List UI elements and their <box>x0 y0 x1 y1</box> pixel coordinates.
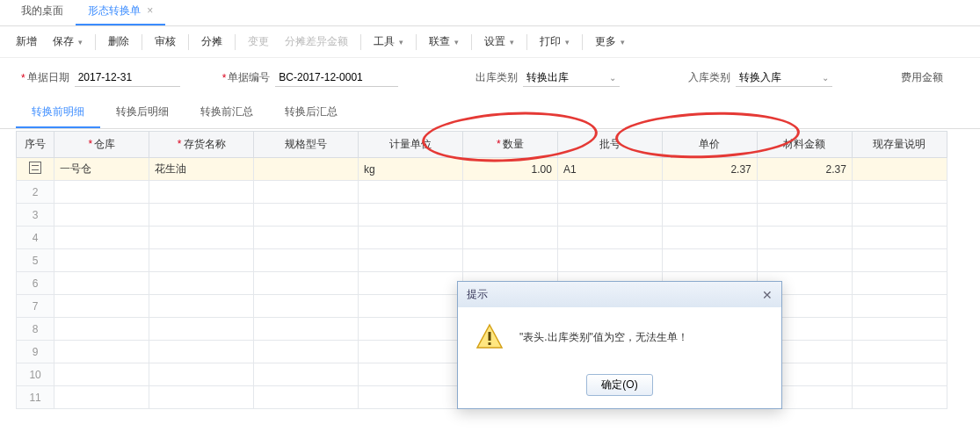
table-row[interactable]: 3 <box>17 204 947 227</box>
cell-spec[interactable] <box>254 166 358 173</box>
col-unit: 计量单位 <box>358 132 462 158</box>
diff-button: 分摊差异金额 <box>278 31 355 53</box>
chevron-down-icon: ▾ <box>454 38 459 47</box>
cell-price[interactable]: 2.37 <box>663 160 757 179</box>
in-group: 入库类别 ⌄ <box>688 68 832 87</box>
dialog-title-bar[interactable]: 提示 ✕ <box>458 282 781 307</box>
in-label: 入库类别 <box>688 70 730 85</box>
out-label: 出库类别 <box>475 70 518 85</box>
separator <box>235 34 236 50</box>
dialog-message: "表头.出库类别"值为空，无法生单！ <box>519 330 688 345</box>
chevron-down-icon: ▾ <box>399 38 403 47</box>
more-button[interactable]: 更多▾ <box>588 31 632 53</box>
col-batch: 批号 <box>557 132 662 158</box>
table-row[interactable]: 4 <box>17 227 947 249</box>
col-warehouse: *仓库 <box>54 132 149 158</box>
tools-button[interactable]: 工具▾ <box>367 31 410 53</box>
ok-button[interactable]: 确定(O) <box>586 374 652 396</box>
subtab-after-detail[interactable]: 转换后明细 <box>100 97 185 128</box>
fee-label: 费用金额 <box>901 70 943 85</box>
main-tab-bar: 我的桌面 形态转换单 × <box>0 0 980 26</box>
row-icon <box>29 162 41 174</box>
alert-dialog: 提示 ✕ "表头.出库类别"值为空，无法生单！ 确定(O) <box>457 281 782 409</box>
tab-desktop[interactable]: 我的桌面 <box>9 0 76 25</box>
save-button[interactable]: 保存▾ <box>46 31 90 53</box>
chevron-down-icon: ▾ <box>565 38 570 47</box>
col-qty: *数量 <box>462 132 557 158</box>
grid-header: 序号 *仓库 *存货名称 规格型号 计量单位 *数量 批号 单价 材料金额 现存… <box>17 132 947 158</box>
cell-qty[interactable]: 1.00 <box>463 160 557 179</box>
required-mark: * <box>222 72 227 84</box>
new-button[interactable]: 新增 <box>9 31 44 53</box>
dialog-body: "表头.出库类别"值为空，无法生单！ <box>458 307 781 367</box>
cell-warehouse[interactable]: 一号仓 <box>54 158 149 180</box>
separator <box>142 34 142 50</box>
change-button: 变更 <box>241 31 276 53</box>
table-row[interactable]: 2 <box>17 181 947 204</box>
svg-rect-1 <box>489 332 491 341</box>
out-select[interactable] <box>523 68 620 87</box>
tab-current-label: 形态转换单 <box>88 4 141 17</box>
fee-group: 费用金额 <box>901 70 948 85</box>
table-row[interactable]: 一号仓 花生油 kg 1.00 A1 2.37 2.37 <box>17 158 947 181</box>
cell-amount[interactable]: 2.37 <box>758 160 852 179</box>
cell-item[interactable]: 花生油 <box>149 158 253 180</box>
chevron-down-icon: ▾ <box>510 38 514 47</box>
audit-button[interactable]: 审核 <box>148 31 183 53</box>
date-input[interactable] <box>75 68 180 87</box>
settings-button[interactable]: 设置▾ <box>477 31 521 53</box>
tab-current[interactable]: 形态转换单 × <box>76 0 165 25</box>
separator <box>188 34 189 50</box>
separator <box>95 34 96 50</box>
subtab-before-summary[interactable]: 转换前汇总 <box>185 97 269 128</box>
no-label: 单据编号 <box>228 70 270 85</box>
form-row: * 单据日期 * 单据编号 出库类别 ⌄ 入库类别 ⌄ 费用金额 <box>0 58 980 97</box>
warning-icon <box>475 323 504 351</box>
separator <box>526 34 527 50</box>
no-group: * 单据编号 <box>222 68 399 87</box>
chevron-down-icon: ▾ <box>621 38 625 47</box>
separator <box>582 34 583 50</box>
col-seq: 序号 <box>17 132 54 158</box>
no-input[interactable] <box>275 68 398 87</box>
dialog-title: 提示 <box>467 287 488 302</box>
col-amount: 材料金额 <box>757 132 852 158</box>
close-icon[interactable]: × <box>147 4 153 17</box>
separator <box>416 34 417 50</box>
row-handle[interactable] <box>17 158 54 181</box>
cell-batch[interactable]: A1 <box>558 160 662 179</box>
link-button[interactable]: 联查▾ <box>422 31 466 53</box>
separator <box>360 34 361 50</box>
dialog-footer: 确定(O) <box>458 367 781 408</box>
col-item: *存货名称 <box>149 132 254 158</box>
close-icon[interactable]: ✕ <box>762 288 773 302</box>
col-price: 单价 <box>662 132 757 158</box>
chevron-down-icon: ▾ <box>78 38 83 47</box>
in-select[interactable] <box>736 68 832 87</box>
date-group: * 单据日期 <box>21 68 180 87</box>
cell-stock[interactable] <box>853 166 947 173</box>
delete-button[interactable]: 删除 <box>101 31 136 53</box>
svg-rect-2 <box>489 342 491 345</box>
col-spec: 规格型号 <box>254 132 359 158</box>
toolbar: 新增 保存▾ 删除 审核 分摊 变更 分摊差异金额 工具▾ 联查▾ 设置▾ 打印… <box>0 26 980 58</box>
separator <box>471 34 472 50</box>
cell-unit[interactable]: kg <box>359 160 462 179</box>
table-row[interactable]: 5 <box>17 249 947 272</box>
subtab-after-summary[interactable]: 转换后汇总 <box>269 97 353 128</box>
print-button[interactable]: 打印▾ <box>533 31 577 53</box>
date-label: 单据日期 <box>27 70 69 85</box>
distribute-button[interactable]: 分摊 <box>194 31 229 53</box>
subtab-before-detail[interactable]: 转换前明细 <box>16 97 100 128</box>
sub-tab-bar: 转换前明细 转换后明细 转换前汇总 转换后汇总 <box>0 97 980 129</box>
out-group: 出库类别 ⌄ <box>475 68 620 87</box>
col-stock: 现存量说明 <box>852 132 947 158</box>
required-mark: * <box>21 72 25 84</box>
